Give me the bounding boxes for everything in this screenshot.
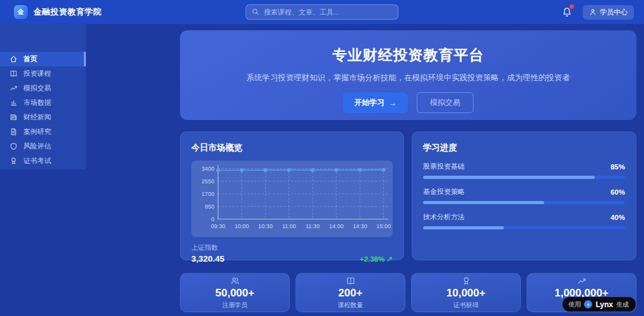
user-center-label: 学员中心 [600,8,628,17]
sidebar-item-courses[interactable]: 投资课程 [0,66,86,81]
progress-card-title: 学习进度 [423,142,625,154]
progress-bar [423,201,625,204]
svg-text:10:30: 10:30 [258,223,273,229]
svg-text:11:30: 11:30 [306,223,319,229]
hero-buttons: 开始学习 → 模拟交易 [180,92,636,113]
market-card-title: 今日市场概览 [191,142,393,154]
badge-brand: Lynx [595,300,613,309]
svg-text:15:00: 15:00 [376,223,391,229]
svg-text:11:00: 11:00 [282,223,296,229]
sidebar-item-risk[interactable]: 风险评估 [0,139,86,154]
progress-item: 技术分析方法 40% [423,212,625,229]
sidebar-item-label: 模拟交易 [23,83,51,93]
progress-bar-fill [423,176,595,179]
search-icon [251,8,259,16]
topbar: 金 金融投资教育学院 学员中心 [0,0,644,24]
svg-text:1700: 1700 [201,191,214,197]
document-icon [9,128,18,136]
sidebar-item-label: 证书考试 [23,156,51,166]
svg-text:2550: 2550 [201,178,214,185]
sidebar-item-news[interactable]: 财经新闻 [0,110,86,125]
lynx-generated-badge[interactable]: 使用 Lynx 生成 [563,297,636,312]
svg-text:3400: 3400 [201,166,214,172]
progress-bar-fill [423,201,544,204]
trend-icon [577,276,587,286]
simulated-trading-button[interactable]: 模拟交易 [417,92,474,113]
sidebar-item-label: 财经新闻 [23,112,51,122]
book-icon [9,70,18,78]
svg-text:10:00: 10:00 [234,223,249,229]
progress-percent: 40% [611,214,625,221]
svg-text:850: 850 [205,204,214,210]
sidebar-item-label: 风险评估 [23,142,51,151]
progress-bar [423,176,625,179]
topbar-actions: 学员中心 [561,5,634,20]
progress-item: 基金投资策略 60% [423,187,625,204]
badge-prefix: 使用 [568,300,581,309]
user-center-button[interactable]: 学员中心 [583,5,634,20]
stat-value: 200+ [338,287,362,300]
hero-title: 专业财经投资教育平台 [180,46,636,65]
stat-label: 注册学员 [222,301,247,310]
progress-bar-fill [423,226,504,229]
users-icon [230,276,240,286]
search-bar [246,4,398,20]
shield-icon [9,142,18,150]
index-change: +2.38% ↗ [360,255,393,264]
progress-label: 基金投资策略 [423,187,465,197]
app-title: 金融投资教育学院 [33,6,102,18]
sidebar-item-label: 首页 [23,54,37,64]
hero-banner: 专业财经投资教育平台 系统学习投资理财知识，掌握市场分析技能，在模拟环境中实践投… [180,30,636,120]
sidebar-item-label: 案例研究 [23,127,51,137]
home-icon [9,55,18,63]
stat-label: 课程数量 [338,301,363,310]
notification-bell-icon[interactable] [561,6,573,18]
book-icon [346,276,355,286]
trend-up-arrow-icon: ↗ [386,255,393,263]
start-learning-button[interactable]: 开始学习 → [343,92,408,113]
progress-item: 股票投资基础 85% [423,162,625,179]
market-chart-svg: 085017002550340009:3010:0010:3011:0011:3… [191,161,393,237]
sidebar-item-cert[interactable]: 证书考试 [0,154,86,168]
stat-value: 50,000+ [215,287,254,300]
index-name: 上证指数 [191,243,225,252]
active-indicator [84,52,86,66]
market-footer: 上证指数 3,320.45 +2.38% ↗ [191,243,393,264]
sidebar: 首页 投资课程 模拟交易 市场数据 财经新闻 案例研究 风险评估 证书考试 [0,24,86,169]
lynx-logo-icon [584,300,592,308]
badge-suffix: 生成 [616,300,629,309]
svg-text:09:30: 09:30 [211,223,225,229]
stat-card: 200+ 课程数量 [295,273,405,312]
progress-percent: 60% [611,188,625,196]
sidebar-item-home[interactable]: 首页 [0,52,86,66]
person-icon [589,8,597,16]
app-logo: 金 [14,5,28,19]
progress-list: 股票投资基础 85% 基金投资策略 60% 技术分析方法 40% [423,162,625,229]
svg-text:14:00: 14:00 [329,223,343,229]
svg-text:0: 0 [212,216,215,222]
change-value: +2.38% [360,255,385,263]
hero-subtitle: 系统学习投资理财知识，掌握市场分析技能，在模拟环境中实践投资策略，成为理性的投资… [219,71,598,84]
sidebar-item-cases[interactable]: 案例研究 [0,125,86,139]
stat-card: 50,000+ 注册学员 [180,273,290,312]
progress-percent: 85% [611,163,625,171]
sidebar-item-market[interactable]: 市场数据 [0,95,86,110]
certificate-icon [9,157,18,165]
search-input[interactable] [246,4,398,20]
sidebar-item-label: 投资课程 [23,69,51,78]
market-overview-card: 今日市场概览 085017002550340009:3010:0010:3011… [180,131,404,260]
index-line-chart: 085017002550340009:3010:0010:3011:0011:3… [191,161,393,237]
bar-chart-icon [9,99,18,107]
learning-progress-card: 学习进度 股票投资基础 85% 基金投资策略 60% 技术分析方法 40% [412,131,636,260]
stat-value: 10,000+ [446,287,486,300]
progress-label: 技术分析方法 [423,212,465,222]
sidebar-item-trading[interactable]: 模拟交易 [0,81,86,95]
progress-bar [423,226,625,229]
newspaper-icon [9,113,18,121]
trend-icon [9,84,18,92]
logo-glyph: 金 [18,8,24,16]
stat-label: 证书获得 [453,301,479,310]
progress-label: 股票投资基础 [423,162,465,171]
arrow-right-icon: → [389,99,397,107]
stat-card: 10,000+ 证书获得 [411,273,521,312]
